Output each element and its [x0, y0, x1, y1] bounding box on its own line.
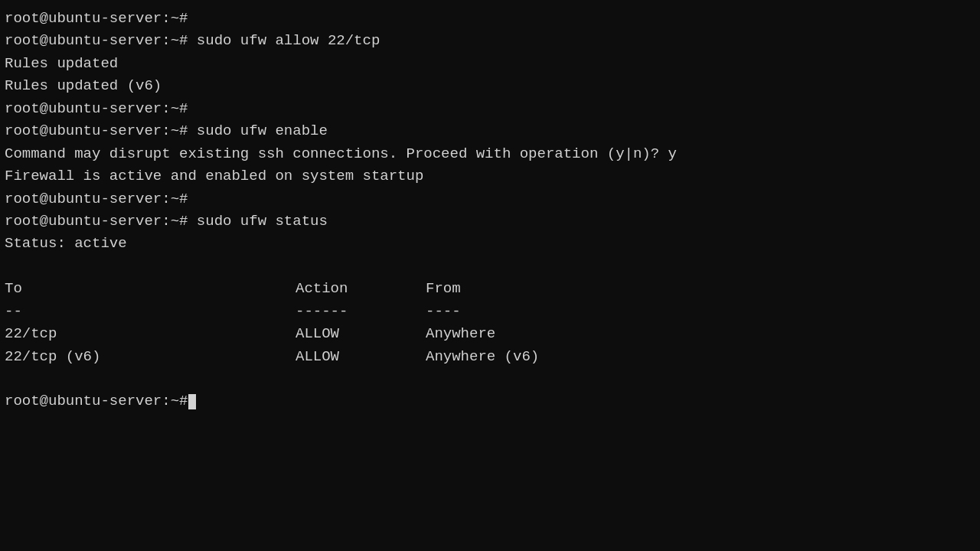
- col-to-header: To: [5, 278, 296, 300]
- table-data-row: 22/tcpALLOWAnywhere: [5, 323, 975, 345]
- col-from-header: From: [426, 278, 461, 300]
- col-action-sep: ------: [296, 301, 426, 323]
- col-to-value: 22/tcp (v6): [5, 346, 296, 368]
- blank-line: [5, 368, 975, 390]
- col-action-header: Action: [296, 278, 426, 300]
- active-prompt-line[interactable]: root@ubuntu-server:~#: [5, 390, 975, 412]
- prompt-line: root@ubuntu-server:~#: [5, 8, 975, 30]
- command-text: sudo ufw status: [188, 213, 327, 230]
- col-from-sep: ----: [426, 301, 461, 323]
- command-line: root@ubuntu-server:~# sudo ufw status: [5, 210, 975, 233]
- command-line: root@ubuntu-server:~# sudo ufw enable: [5, 120, 975, 142]
- blank-line: [5, 256, 975, 278]
- prompt-line: root@ubuntu-server:~#: [5, 98, 975, 120]
- command-text: sudo ufw allow 22/tcp: [188, 32, 380, 49]
- output-line: Rules updated (v6): [5, 75, 975, 97]
- table-data-row: 22/tcp (v6)ALLOWAnywhere (v6): [5, 346, 975, 368]
- output-line: Firewall is active and enabled on system…: [5, 165, 975, 187]
- output-line: Status: active: [5, 233, 975, 255]
- col-action-value: ALLOW: [296, 323, 426, 345]
- command-line: root@ubuntu-server:~# sudo ufw allow 22/…: [5, 30, 975, 52]
- col-to-value: 22/tcp: [5, 323, 296, 345]
- output-line: Command may disrupt existing ssh connect…: [5, 143, 975, 165]
- prompt-text: root@ubuntu-server:~#: [5, 32, 188, 49]
- prompt-line: root@ubuntu-server:~#: [5, 188, 975, 210]
- output-line: Rules updated: [5, 53, 975, 75]
- active-prompt-text: root@ubuntu-server:~#: [5, 390, 188, 412]
- table-separator-row: ------------: [5, 301, 975, 323]
- col-from-value: Anywhere: [426, 323, 495, 345]
- table-header-row: ToActionFrom: [5, 278, 975, 300]
- col-action-value: ALLOW: [296, 346, 426, 368]
- command-text: sudo ufw enable: [188, 122, 327, 139]
- terminal-window: root@ubuntu-server:~#root@ubuntu-server:…: [5, 8, 975, 413]
- col-to-sep: --: [5, 301, 296, 323]
- prompt-text: root@ubuntu-server:~#: [5, 122, 188, 139]
- prompt-text: root@ubuntu-server:~#: [5, 213, 188, 230]
- col-from-value: Anywhere (v6): [426, 346, 539, 368]
- terminal-cursor: [188, 394, 196, 409]
